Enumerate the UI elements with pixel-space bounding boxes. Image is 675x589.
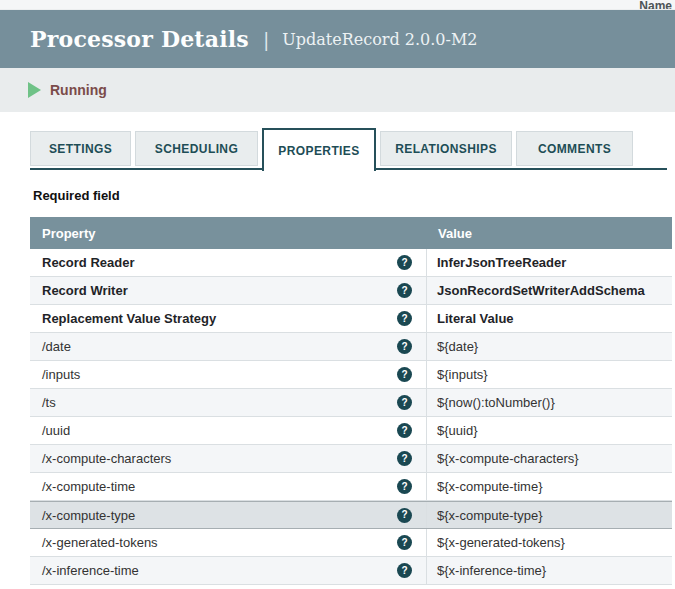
tab-label: PROPERTIES — [278, 144, 359, 158]
background-name-column-header: Name — [639, 0, 672, 10]
tab-properties[interactable]: PROPERTIES — [262, 128, 376, 171]
value-cell: ${uuid} — [427, 417, 672, 444]
table-header-row: Property Value — [30, 217, 672, 249]
table-row[interactable]: /x-compute-type ? ${x-compute-type} — [30, 501, 672, 529]
property-value: ${x-compute-type} — [437, 508, 543, 523]
property-value: InferJsonTreeReader — [437, 255, 566, 270]
property-name: /uuid — [42, 423, 70, 438]
tab-settings[interactable]: SETTINGS — [30, 131, 131, 166]
help-icon[interactable]: ? — [397, 535, 412, 550]
table-row[interactable]: /x-compute-time ? ${x-compute-time} — [30, 473, 672, 501]
property-value: ${date} — [437, 339, 478, 354]
property-name: /x-compute-characters — [42, 451, 171, 466]
property-cell: /date ? — [30, 333, 427, 360]
tab-relationships[interactable]: RELATIONSHIPS — [380, 131, 512, 166]
table-row[interactable]: /ts ? ${now():toNumber()} — [30, 389, 672, 417]
property-name: Record Reader — [42, 255, 134, 270]
background-page-strip: Name — [0, 0, 675, 10]
help-icon[interactable]: ? — [397, 339, 412, 354]
column-header-property: Property — [30, 226, 428, 241]
help-icon[interactable]: ? — [397, 479, 412, 494]
value-cell: ${x-compute-type} — [427, 502, 672, 528]
property-value: ${now():toNumber()} — [437, 395, 555, 410]
help-icon[interactable]: ? — [397, 311, 412, 326]
help-icon[interactable]: ? — [397, 451, 412, 466]
tab-bar: SETTINGS SCHEDULING PROPERTIES RELATIONS… — [30, 130, 667, 170]
property-name: Record Writer — [42, 283, 128, 298]
property-value: JsonRecordSetWriterAddSchema — [437, 283, 645, 298]
value-cell: ${now():toNumber()} — [427, 389, 672, 416]
table-row[interactable]: /date ? ${date} — [30, 333, 672, 361]
property-name: /date — [42, 339, 71, 354]
property-name: /inputs — [42, 367, 80, 382]
required-field-label: Required field — [33, 188, 675, 204]
value-cell: ${x-inference-time} — [427, 557, 672, 584]
table-row[interactable]: /x-inference-time ? ${x-inference-time} — [30, 557, 672, 585]
property-name: /x-compute-time — [42, 479, 135, 494]
property-cell: /uuid ? — [30, 417, 427, 444]
dialog-header: Processor Details | UpdateRecord 2.0.0-M… — [0, 10, 675, 68]
status-bar: Running — [0, 68, 675, 112]
property-cell: /ts ? — [30, 389, 427, 416]
table-row[interactable]: /uuid ? ${uuid} — [30, 417, 672, 445]
property-value: ${x-compute-characters} — [437, 451, 579, 466]
property-cell: /inputs ? — [30, 361, 427, 388]
property-cell: /x-compute-type ? — [30, 502, 427, 528]
tab-scheduling[interactable]: SCHEDULING — [135, 131, 258, 166]
help-icon[interactable]: ? — [397, 563, 412, 578]
help-icon[interactable]: ? — [397, 395, 412, 410]
value-cell: Literal Value — [427, 305, 672, 332]
table-row[interactable]: Record Writer ? JsonRecordSetWriterAddSc… — [30, 277, 672, 305]
table-row[interactable]: /inputs ? ${inputs} — [30, 361, 672, 389]
property-value: Literal Value — [437, 311, 514, 326]
table-row[interactable]: /x-compute-characters ? ${x-compute-char… — [30, 445, 672, 473]
value-cell: JsonRecordSetWriterAddSchema — [427, 277, 672, 304]
value-cell: InferJsonTreeReader — [427, 249, 672, 276]
property-value: ${uuid} — [437, 423, 478, 438]
tab-label: COMMENTS — [538, 142, 611, 156]
table-row[interactable]: /x-generated-tokens ? ${x-generated-toke… — [30, 529, 672, 557]
value-cell: ${x-generated-tokens} — [427, 529, 672, 556]
dialog-title: Processor Details — [30, 26, 249, 52]
running-play-icon — [28, 82, 41, 98]
property-cell: Record Writer ? — [30, 277, 427, 304]
table-row[interactable]: Record Reader ? InferJsonTreeReader — [30, 249, 672, 277]
processor-details-dialog: Name Processor Details | UpdateRecord 2.… — [0, 0, 675, 589]
property-value: ${x-generated-tokens} — [437, 535, 565, 550]
help-icon[interactable]: ? — [397, 283, 412, 298]
value-cell: ${x-compute-time} — [427, 473, 672, 500]
value-cell: ${inputs} — [427, 361, 672, 388]
property-name: /ts — [42, 395, 56, 410]
property-cell: Replacement Value Strategy ? — [30, 305, 427, 332]
property-name: /x-inference-time — [42, 563, 139, 578]
help-icon[interactable]: ? — [397, 255, 412, 270]
table-body: Record Reader ? InferJsonTreeReader Reco… — [30, 249, 672, 589]
tab-comments[interactable]: COMMENTS — [516, 131, 633, 166]
property-cell: Record Reader ? — [30, 249, 427, 276]
help-icon[interactable]: ? — [397, 508, 412, 523]
property-name: Replacement Value Strategy — [42, 311, 216, 326]
title-separator: | — [263, 28, 269, 50]
property-cell: /x-compute-characters ? — [30, 445, 427, 472]
help-icon[interactable]: ? — [397, 367, 412, 382]
value-cell: ${date} — [427, 333, 672, 360]
value-cell: ${x-compute-characters} — [427, 445, 672, 472]
column-header-value: Value — [428, 226, 472, 241]
property-cell: /x-generated-tokens ? — [30, 529, 427, 556]
tab-label: RELATIONSHIPS — [395, 142, 497, 156]
property-cell: /x-inference-time ? — [30, 557, 427, 584]
property-value: ${inputs} — [437, 367, 488, 382]
property-value: ${x-inference-time} — [437, 563, 546, 578]
table-row[interactable]: Replacement Value Strategy ? Literal Val… — [30, 305, 672, 333]
property-cell: /x-compute-time ? — [30, 473, 427, 500]
property-name: /x-generated-tokens — [42, 535, 158, 550]
help-icon[interactable]: ? — [397, 423, 412, 438]
properties-table: Property Value Record Reader ? InferJson… — [30, 217, 672, 589]
property-name: /x-compute-type — [42, 508, 135, 523]
tab-label: SETTINGS — [49, 142, 112, 156]
property-value: ${x-compute-time} — [437, 479, 543, 494]
processor-name-version: UpdateRecord 2.0.0-M2 — [282, 30, 477, 49]
tab-label: SCHEDULING — [155, 142, 238, 156]
table-row-partial — [30, 585, 672, 589]
status-label: Running — [50, 82, 107, 98]
